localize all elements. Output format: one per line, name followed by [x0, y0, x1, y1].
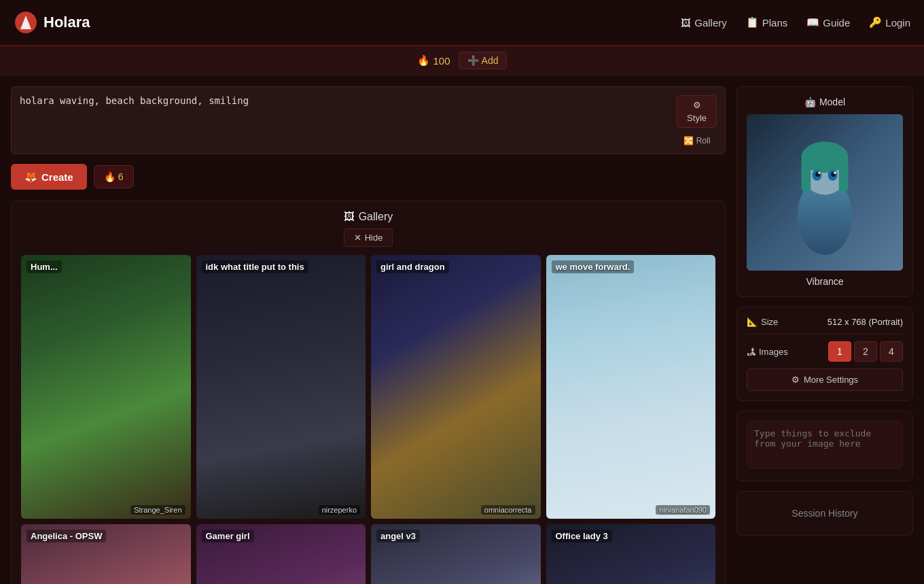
card-3-image: girl and dragon omniacorrecta	[371, 255, 541, 519]
prompt-textarea[interactable]: holara waving, beach background, smiling	[20, 95, 670, 136]
card-2-label: idk what title put to this	[202, 260, 308, 273]
create-button[interactable]: 🦊 Create	[11, 164, 87, 190]
hide-gallery-button[interactable]: ✕ Hide	[344, 228, 393, 247]
logo-text: Holara	[43, 14, 90, 31]
credits-display: 🔥 100	[417, 54, 450, 67]
right-sidebar: 🤖 Model	[736, 86, 913, 584]
size-icon: 📐	[747, 317, 758, 327]
images-icon: 🏞	[747, 347, 756, 357]
add-label: Add	[482, 55, 499, 66]
model-card: 🤖 Model	[736, 86, 913, 297]
card-8-label: Office lady 3	[552, 530, 612, 543]
guide-nav-icon: 📖	[806, 16, 819, 29]
main-content: holara waving, beach background, smiling…	[0, 75, 924, 584]
add-credits-button[interactable]: ➕ Add	[459, 52, 508, 69]
gallery-header: 🖼 Gallery ✕ Hide	[21, 211, 715, 247]
images-label: 🏞 Images	[747, 347, 788, 357]
create-cost-display: 🔥 6	[94, 165, 134, 188]
count-btn-2[interactable]: 2	[854, 341, 877, 362]
svg-point-13	[834, 172, 836, 174]
card-1-author: Strange_Siren	[130, 505, 185, 515]
create-icon: 🦊	[24, 171, 37, 183]
card-3-author: omniacorrecta	[481, 505, 535, 515]
svg-point-12	[818, 172, 820, 174]
gallery-card-3[interactable]: girl and dragon omniacorrecta	[371, 255, 541, 519]
card-8-image: Office lady 3	[546, 524, 716, 584]
nav-plans[interactable]: 📋 Plans	[746, 16, 788, 29]
images-count-row: 🏞 Images 1 2 4	[747, 341, 903, 362]
gear-icon: ⚙	[792, 375, 800, 385]
size-label: 📐 Size	[747, 317, 778, 327]
gallery-card-2[interactable]: idk what title put to this nirzeperko	[196, 255, 366, 519]
count-btn-4[interactable]: 4	[880, 341, 903, 362]
size-value: 512 x 768 (Portrait)	[828, 317, 903, 327]
nav-guide[interactable]: 📖 Guide	[806, 16, 850, 29]
style-label: Style	[687, 113, 707, 123]
style-icon: ⚙	[693, 100, 701, 110]
model-title-label: Model	[819, 97, 845, 107]
gallery-section: 🖼 Gallery ✕ Hide Hum... Strange_Siren	[11, 201, 726, 584]
login-nav-icon: 🔑	[869, 16, 882, 29]
plus-icon: ➕	[467, 55, 479, 66]
roll-button[interactable]: 🔀 Roll	[683, 136, 711, 145]
create-label: Create	[41, 171, 73, 183]
card-6-image: Gamer girl	[196, 524, 366, 584]
more-settings-label: More Settings	[804, 375, 858, 385]
card-6-label: Gamer girl	[202, 530, 254, 543]
more-settings-button[interactable]: ⚙ More Settings	[747, 368, 903, 391]
gallery-label: Gallery	[359, 211, 393, 223]
exclude-card	[736, 411, 913, 481]
create-area: 🦊 Create 🔥 6	[11, 164, 726, 190]
card-4-label: we move forward.	[552, 260, 635, 273]
gem-icon: 🔥	[104, 171, 116, 182]
nav-guide-label: Guide	[823, 17, 850, 29]
holara-logo-icon	[14, 10, 38, 35]
card-5-label: Angelica - OPSW	[26, 530, 106, 543]
gallery-card-4[interactable]: we move forward. nirvanafan090	[546, 255, 716, 519]
card-5-image: Angelica - OPSW	[21, 524, 191, 584]
cost-value: 6	[118, 171, 124, 182]
settings-card: 📐 Size 512 x 768 (Portrait) 🏞 Images 1 2…	[736, 307, 913, 401]
gallery-card-7[interactable]: angel v3	[371, 524, 541, 584]
image-grid: Hum... Strange_Siren idk what title put …	[21, 255, 715, 584]
card-4-image: we move forward. nirvanafan090	[546, 255, 716, 519]
session-history-card: Session History	[736, 491, 913, 536]
model-icon: 🤖	[804, 97, 816, 107]
nav-plans-label: Plans	[762, 17, 788, 29]
gallery-card-8[interactable]: Office lady 3	[546, 524, 716, 584]
gallery-card-1[interactable]: Hum... Strange_Siren	[21, 255, 191, 519]
credits-amount: 100	[433, 55, 450, 67]
plans-nav-icon: 📋	[746, 16, 759, 29]
prompt-container: holara waving, beach background, smiling…	[11, 86, 726, 154]
roll-icon: 🔀	[683, 136, 694, 145]
flame-icon: 🔥	[417, 54, 430, 67]
model-name: Vibrance	[747, 276, 903, 287]
size-row: 📐 Size 512 x 768 (Portrait)	[747, 317, 903, 327]
divider-1	[747, 334, 903, 334]
exclude-textarea[interactable]	[747, 421, 903, 468]
svg-rect-7	[839, 157, 849, 192]
nav-links: 🖼 Gallery 📋 Plans 📖 Guide 🔑 Login	[681, 16, 910, 29]
logo-area[interactable]: Holara	[14, 10, 90, 35]
gallery-title: 🖼 Gallery	[344, 211, 393, 223]
style-button[interactable]: ⚙ Style	[677, 95, 717, 128]
card-1-label: Hum...	[26, 260, 62, 273]
roll-label: Roll	[696, 136, 711, 145]
svg-rect-6	[802, 157, 811, 192]
credits-bar: 🔥 100 ➕ Add	[0, 46, 924, 75]
count-buttons: 1 2 4	[828, 341, 903, 362]
left-panel: holara waving, beach background, smiling…	[11, 86, 726, 584]
hide-label: Hide	[365, 233, 383, 243]
gallery-card-6[interactable]: Gamer girl	[196, 524, 366, 584]
count-btn-1[interactable]: 1	[828, 341, 851, 362]
card-7-label: angel v3	[376, 530, 420, 543]
nav-login[interactable]: 🔑 Login	[869, 16, 910, 29]
session-history-label: Session History	[747, 501, 903, 526]
card-2-image: idk what title put to this nirzeperko	[196, 255, 366, 519]
model-preview[interactable]	[747, 114, 903, 271]
nav-gallery[interactable]: 🖼 Gallery	[681, 17, 727, 29]
card-3-label: girl and dragon	[376, 260, 449, 273]
close-icon: ✕	[354, 233, 361, 243]
card-2-author: nirzeperko	[319, 505, 360, 515]
gallery-card-5[interactable]: Angelica - OPSW	[21, 524, 191, 584]
